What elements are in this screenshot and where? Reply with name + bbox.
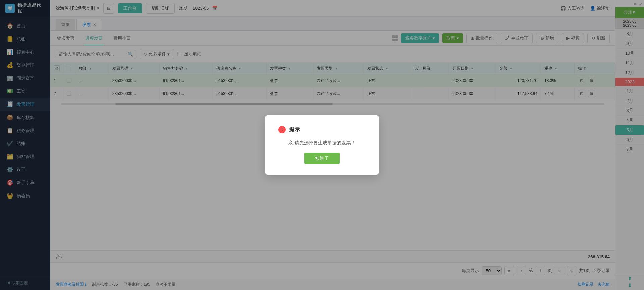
dialog-header: ! 提示 xyxy=(278,126,300,133)
alert-dialog: ! 提示 亲,请先选择要生成单据的发票！ 知道了 xyxy=(265,115,379,175)
dialog-message: 亲,请先选择要生成单据的发票！ xyxy=(278,140,366,146)
exclamation-icon: ! xyxy=(281,127,283,132)
dialog-overlay[interactable]: ! 提示 亲,请先选择要生成单据的发票！ 知道了 xyxy=(0,0,644,290)
dialog-ok-button[interactable]: 知道了 xyxy=(304,153,340,164)
warning-icon: ! xyxy=(278,126,286,133)
dialog-title: 提示 xyxy=(289,126,300,133)
